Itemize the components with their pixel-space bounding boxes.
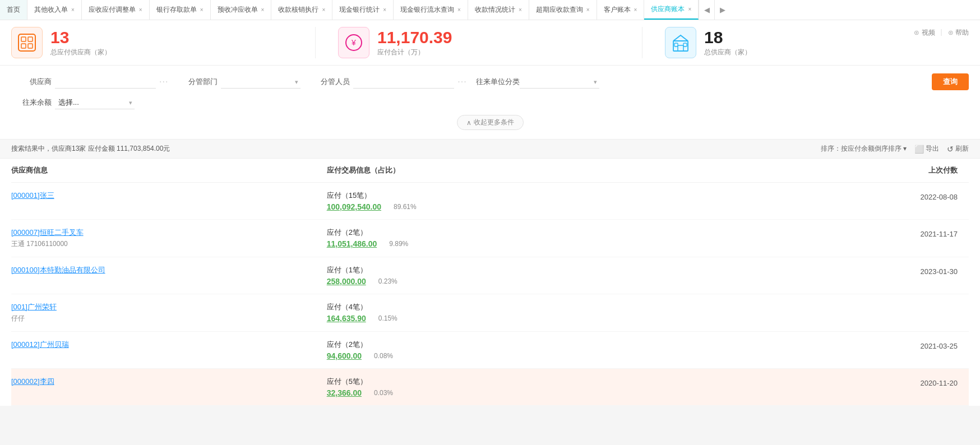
nav-tab-adjust-close[interactable]: × [139,7,142,13]
trans-amount[interactable]: 11,051,486.00 [327,239,377,248]
trans-amount-row: 100,092,540.00 89.61% [327,202,705,211]
trans-amount[interactable]: 100,092,540.00 [327,202,381,211]
last-pay-cell: 2020-11-20 [705,377,969,387]
trans-amount[interactable]: 164,635.90 [327,314,366,323]
nav-tab-collect-stat-close[interactable]: × [519,7,522,13]
supplier-cell: [000002]李四 [11,377,327,387]
stat-total-text: 18 总供应商（家） [704,28,751,57]
svg-rect-2 [28,37,33,41]
collapse-button[interactable]: ∧ 收起更多条件 [457,115,524,130]
supplier-input[interactable] [55,75,156,89]
nav-tab-cash-flow-label: 现金银行流水查询 [400,5,454,15]
supplier-link[interactable]: [001]广州荣轩 [11,303,57,311]
table-row: [001]广州荣轩 仔仔 应付（4笔） 164,635.90 0.15% [11,294,969,332]
nav-tab-cash-flow-close[interactable]: × [457,7,461,13]
nav-tab-collect-stat[interactable]: 收款情况统计 × [468,0,529,20]
balance-label: 往来余额 [11,98,52,108]
nav-tab-home[interactable]: 首页 [0,0,27,20]
nav-tab-overdue[interactable]: 超期应收款查询 × [529,0,597,20]
nav-tab-cash-stat[interactable]: 现金银行统计 × [332,0,394,20]
table-header: 供应商信息 应付交易信息（占比） 上次付数 [11,159,969,183]
nav-tab-bank-close[interactable]: × [200,7,204,13]
unit-cat-select[interactable] [520,75,599,89]
filter-supplier: 供应商 ··· [11,75,168,89]
person-input[interactable] [353,75,454,89]
nav-tab-supplier-ledger[interactable]: 供应商账本 × [644,0,699,20]
nav-tab-cash-stat-close[interactable]: × [383,7,386,13]
supplier-link[interactable]: [000007]恒旺二手叉车 [11,228,84,237]
nav-tab-customer-ledger-close[interactable]: × [634,7,637,13]
help-link[interactable]: ⊙ 帮助 [948,28,969,38]
sort-down-icon: ▾ [903,145,907,152]
table-row: [000001]张三 应付（15笔） 100,092,540.00 89.61%… [11,183,969,220]
person-dots[interactable]: ··· [457,77,466,87]
nav-tab-collection-label: 收款核销执行 [278,5,318,15]
export-button[interactable]: ⬜ 导出 [914,144,939,154]
nav-tab-prepay-close[interactable]: × [261,7,265,13]
supplier-sub: 王通 17106110000 [11,239,327,249]
nav-tab-bank-label: 银行存取款单 [156,5,197,15]
supplier-cell: [001]广州荣轩 仔仔 [11,302,327,323]
stats-bar: 13 总应付供应商（家） ¥ 11,170.39 应付合计（万） 1 [0,20,980,66]
supplier-link[interactable]: [000001]张三 [11,191,54,200]
video-link[interactable]: ⊙ 视频 [914,28,935,38]
supplier-link[interactable]: [000100]本特勤油品有限公司 [11,266,105,274]
transaction-cell: 应付（5笔） 32,366.00 0.03% [327,377,705,397]
supplier-cell: [000100]本特勤油品有限公司 [11,265,327,275]
video-icon: ⊙ [914,29,919,36]
top-navigation: 首页 其他收入单 × 应收应付调整单 × 银行存取款单 × 预收冲应收单 × 收… [0,0,980,20]
nav-tab-collection[interactable]: 收款核销执行 × [271,0,332,20]
filter-row-2: 往来余额 选择... ▾ [11,96,969,109]
filter-unit-cat: 往来单位分类 ▾ [476,75,599,89]
refresh-button[interactable]: ↺ 刷新 [947,144,969,154]
nav-tab-other-income[interactable]: 其他收入单 × [27,0,82,20]
nav-tab-supplier-ledger-close[interactable]: × [688,6,691,12]
nav-tab-adjust-label: 应收应付调整单 [89,5,136,15]
nav-next-arrow[interactable]: ▶ [714,0,730,20]
nav-tab-overdue-close[interactable]: × [586,7,590,13]
total-number: 18 [704,28,751,47]
collapse-label: 收起更多条件 [474,118,514,127]
trans-label: 应付（2笔） [327,228,705,238]
trans-amount-row: 94,600.00 0.08% [327,351,705,360]
nav-tab-adjust[interactable]: 应收应付调整单 × [82,0,150,20]
nav-tab-customer-ledger-label: 客户账本 [604,5,631,15]
supplier-dots[interactable]: ··· [159,77,168,87]
nav-tab-cash-flow[interactable]: 现金银行流水查询 × [394,0,468,20]
filter-area: 供应商 ··· 分管部门 ▾ 分管人员 ··· 往来单位分类 [0,66,980,140]
trans-label: 应付（2笔） [327,340,705,350]
refresh-icon: ↺ [947,145,954,154]
supplier-link[interactable]: [000002]李四 [11,377,54,386]
trans-amount[interactable]: 32,366.00 [327,388,362,397]
dept-select[interactable] [221,75,301,89]
results-bar: 搜索结果中，供应商13家 应付金额 111,703,854.00元 排序：按应付… [0,140,980,159]
nav-tab-other-income-close[interactable]: × [71,7,75,13]
table-body: [000001]张三 应付（15笔） 100,092,540.00 89.61%… [11,183,969,406]
trans-percent: 0.03% [374,389,393,397]
nav-tab-collection-close[interactable]: × [322,7,325,13]
trans-amount[interactable]: 94,600.00 [327,351,362,360]
total-label: 总供应商（家） [704,48,751,57]
results-summary: 搜索结果中，供应商13家 应付金额 111,703,854.00元 [11,144,170,154]
nav-tab-bank[interactable]: 银行存取款单 × [150,0,211,20]
nav-tab-customer-ledger[interactable]: 客户账本 × [597,0,645,20]
col-header-transaction: 应付交易信息（占比） [327,165,705,175]
filter-dept: 分管部门 ▾ [177,75,301,89]
nav-tab-prepay[interactable]: 预收冲应收单 × [211,0,272,20]
svg-rect-8 [678,45,683,51]
search-button[interactable]: 查询 [932,73,969,90]
amount-label: 应付合计（万） [377,48,452,57]
nav-tab-supplier-ledger-label: 供应商账本 [651,4,685,14]
last-pay-cell: 2022-08-08 [705,191,969,201]
trans-amount[interactable]: 258,000.00 [327,277,366,286]
supplier-link[interactable]: [000012]广州贝瑞 [11,340,69,349]
table-row: [000100]本特勤油品有限公司 应付（1笔） 258,000.00 0.23… [11,257,969,294]
filter-balance: 往来余额 选择... ▾ [11,96,135,109]
nav-tab-prepay-label: 预收冲应收单 [218,5,258,15]
filter-row-1: 供应商 ··· 分管部门 ▾ 分管人员 ··· 往来单位分类 [11,73,969,90]
balance-select[interactable]: 选择... [55,96,135,109]
nav-prev-arrow[interactable]: ◀ [699,0,714,20]
nav-tab-collect-stat-label: 收款情况统计 [475,5,515,15]
transaction-cell: 应付（1笔） 258,000.00 0.23% [327,265,705,286]
amount-icon: ¥ [338,27,369,58]
